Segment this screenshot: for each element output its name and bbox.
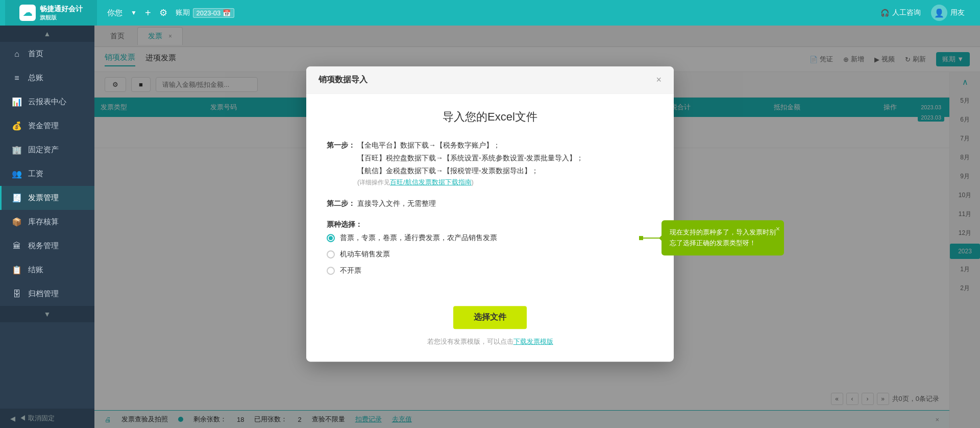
company-dropdown-icon[interactable]: ▼ <box>131 9 137 16</box>
import-modal: 销项数据导入 × 导入您的Excel文件 第一步： 【全电平台】数据下载→【税务… <box>306 66 674 362</box>
step1-note: (详细操作见百旺/航信发票数据下载指南) <box>357 178 653 187</box>
sidebar-item-archive[interactable]: 🗄 归档管理 <box>0 282 94 306</box>
sidebar-item-label: 结账 <box>28 265 43 275</box>
scroll-up-btn[interactable]: ▲ <box>0 26 94 42</box>
template-note: 若您没有发票模版，可以点击下载发票模版 <box>327 337 653 346</box>
sidebar-item-home[interactable]: ⌂ 首页 <box>0 42 94 66</box>
topbar-right: 🎧 人工咨询 👤 用友 <box>880 5 975 21</box>
ticket-type-group: 票种选择： 普票，专票，卷票，通行费发票，农产品销售发票 × 现在支持的票种多了… <box>327 220 653 275</box>
home-icon: ⌂ <box>12 50 22 59</box>
app-edition: 旗舰版 <box>40 14 83 21</box>
radio-label-motor: 机动车销售发票 <box>340 250 390 259</box>
invoice-icon: 🧾 <box>12 193 22 203</box>
select-file-button[interactable]: 选择文件 <box>453 306 527 329</box>
support-button[interactable]: 🎧 人工咨询 <box>880 8 921 17</box>
avatar: 👤 <box>931 5 947 21</box>
tax-icon: 🏛 <box>12 242 22 251</box>
sidebar-item-label: 发票管理 <box>28 193 59 203</box>
modal-title: 销项数据导入 <box>318 75 368 85</box>
modal-footer: 选择文件 若您没有发票模版，可以点击下载发票模版 <box>306 301 674 362</box>
add-tab-button[interactable]: + <box>145 7 151 19</box>
radio-btn-general[interactable] <box>327 234 335 242</box>
ticket-label: 票种选择： <box>327 220 362 228</box>
radio-no-invoice[interactable]: 不开票 <box>327 266 653 275</box>
period-badge[interactable]: 2023-03 📅 <box>193 8 234 18</box>
payroll-icon: 👥 <box>12 169 22 179</box>
company-name[interactable]: 你您 <box>107 8 122 18</box>
step1-line3: 【航信】金税盘数据下载→【报税管理-发票数据导出】； <box>357 165 653 178</box>
sidebar-item-label: 固定资产 <box>28 145 59 155</box>
modal-header: 销项数据导入 × <box>306 66 674 94</box>
sidebar: ▲ ⌂ 首页 ≡ 总账 📊 云报表中心 💰 资金管理 🏢 固定资产 👥 工资 🧾… <box>0 26 94 428</box>
modal-main-title: 导入您的Excel文件 <box>327 109 653 125</box>
topbar: ☁ 畅捷通好会计 旗舰版 你您 ▼ + ⚙ 账期 2023-03 📅 🎧 人工咨… <box>0 0 980 26</box>
period-display: 账期 2023-03 📅 <box>176 8 234 18</box>
headset-icon: 🎧 <box>880 9 889 17</box>
step1-label: 第一步： <box>327 141 355 149</box>
archive-icon: 🗄 <box>12 290 22 299</box>
step2-content: 直接导入文件，无需整理 <box>357 199 436 207</box>
sidebar-item-assets[interactable]: 🏢 固定资产 <box>0 138 94 162</box>
step2-block: 第二步： 直接导入文件，无需整理 <box>327 197 653 210</box>
sidebar-item-label: 首页 <box>28 49 43 59</box>
logo-icon: ☁ <box>19 5 36 21</box>
sidebar-item-settle[interactable]: 📋 结账 <box>0 258 94 282</box>
scroll-down-btn[interactable]: ▼ <box>0 306 94 322</box>
pin-icon: ◀ <box>10 415 15 422</box>
step1-block: 第一步： 【全电平台】数据下载→【税务数字账户】； 【百旺】税控盘数据下载→【系… <box>327 139 653 187</box>
tooltip-bubble: × 现在支持的票种多了，导入发票时别忘了选择正确的发票类型呀！ <box>662 220 784 256</box>
step1-line2: 【百旺】税控盘数据下载→【系统设置-系统参数设置-发票批量导入】； <box>357 152 653 164</box>
radio-btn-no-invoice[interactable] <box>327 267 335 275</box>
reports-icon: 📊 <box>12 97 22 107</box>
sidebar-item-label: 资金管理 <box>28 121 59 131</box>
radio-label-no-invoice: 不开票 <box>340 266 361 275</box>
tooltip-text: 现在支持的票种多了，导入发票时别忘了选择正确的发票类型呀！ <box>670 228 776 247</box>
template-download-link[interactable]: 下载发票模版 <box>513 338 553 345</box>
topbar-center: 你您 ▼ + ⚙ 账期 2023-03 📅 <box>97 7 880 19</box>
cancel-pin-button[interactable]: ◀ ◀ 取消固定 <box>0 409 94 428</box>
app-logo: ☁ 畅捷通好会计 旗舰版 <box>5 0 97 26</box>
ledger-icon: ≡ <box>12 74 22 83</box>
settings-icon[interactable]: ⚙ <box>159 7 167 18</box>
sidebar-item-invoice[interactable]: 🧾 发票管理 <box>0 186 94 210</box>
assets-icon: 🏢 <box>12 145 22 155</box>
step1-line1: 【全电平台】数据下载→【税务数字账户】； <box>357 141 500 149</box>
step2-label: 第二步： <box>327 199 355 207</box>
tooltip-close-btn[interactable]: × <box>776 223 780 234</box>
modal-body: 导入您的Excel文件 第一步： 【全电平台】数据下载→【税务数字账户】； 【百… <box>306 94 674 301</box>
sidebar-item-ledger[interactable]: ≡ 总账 <box>0 66 94 90</box>
app-name: 畅捷通好会计 <box>40 5 83 14</box>
sidebar-item-reports[interactable]: 📊 云报表中心 <box>0 90 94 114</box>
sidebar-item-tax[interactable]: 🏛 税务管理 <box>0 234 94 258</box>
sidebar-item-label: 库存核算 <box>28 217 59 227</box>
user-menu[interactable]: 👤 用友 <box>931 5 965 21</box>
guide-link[interactable]: 百旺/航信发票数据下载指南 <box>390 178 472 186</box>
radio-general[interactable]: 普票，专票，卷票，通行费发票，农产品销售发票 × 现在支持的票种多了，导入发票时… <box>327 233 653 243</box>
sidebar-item-inventory[interactable]: 📦 库存核算 <box>0 210 94 234</box>
radio-btn-motor[interactable] <box>327 250 335 258</box>
funds-icon: 💰 <box>12 121 22 131</box>
sidebar-item-payroll[interactable]: 👥 工资 <box>0 162 94 186</box>
radio-label-general: 普票，专票，卷票，通行费发票，农产品销售发票 <box>340 233 497 243</box>
radio-motor[interactable]: 机动车销售发票 <box>327 250 653 259</box>
sidebar-item-label: 归档管理 <box>28 289 59 299</box>
settle-icon: 📋 <box>12 265 22 275</box>
inventory-icon: 📦 <box>12 217 22 227</box>
sidebar-item-funds[interactable]: 💰 资金管理 <box>0 114 94 138</box>
modal-close-button[interactable]: × <box>656 75 662 85</box>
sidebar-item-label: 税务管理 <box>28 241 59 251</box>
sidebar-item-label: 云报表中心 <box>28 97 66 107</box>
sidebar-item-label: 工资 <box>28 169 43 179</box>
sidebar-item-label: 总账 <box>28 73 43 83</box>
